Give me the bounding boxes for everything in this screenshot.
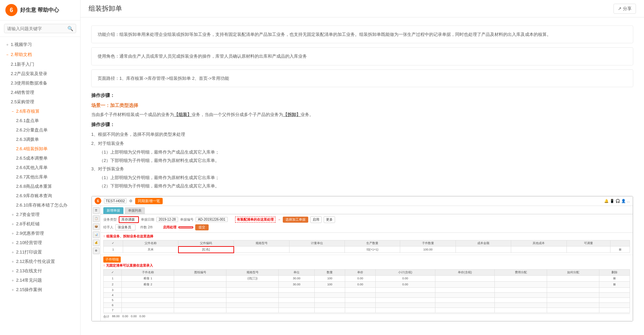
upper-table-col-unit: 计量单位	[289, 240, 344, 246]
sidebar-leaf-label: 2.6.1盘点单	[16, 118, 39, 124]
expand-icon: ＋	[5, 42, 9, 48]
scene1-desc: 当由多个子件材料组装成一个成品的业务为【组装】业务，当由一个父件拆分成多个子产品…	[91, 111, 633, 119]
lower-col-taxprice: 单价(含税)	[435, 269, 495, 275]
mock-footer: 合计 88.00 0.00 0.00 0.00	[103, 314, 630, 320]
expand-icon-2-10: ＋	[11, 240, 15, 246]
mock-body: ☰ 📋 📦 📊 💰 ⚙ 新增单据 单据列表	[92, 206, 633, 321]
sidebar-item-2-6-4[interactable]: 2.6.4组装拆卸单	[0, 144, 80, 154]
mock-sidebar-icon-4[interactable]: 📊	[93, 231, 100, 238]
sidebar-item-2-5[interactable]: 2.5采购管理	[0, 97, 80, 107]
upper-cell-name: 关米	[123, 246, 178, 253]
sidebar-item-2-6-8[interactable]: 2.6.8商品成本重算	[0, 182, 80, 191]
sidebar-item-2-6-3[interactable]: 2.6.3调拨单	[0, 135, 80, 144]
mock-sidebar-icon-2[interactable]: 📋	[93, 215, 100, 222]
upper-table-col-code: 父件编码	[178, 240, 234, 246]
page-title: 组装拆卸单	[89, 4, 122, 13]
sidebar-item-2-9[interactable]: ＋ 2.9优惠券管理	[0, 229, 80, 238]
annotation-arrow-4: ↑	[103, 234, 105, 238]
sidebar-sub-label: 2.11打印设置	[16, 249, 42, 255]
upper-cell-sub: 100.00	[400, 246, 455, 253]
step-2-sub1: （1）上部明细为父件明细，最终作为产成品生成其它入库单；	[99, 148, 633, 157]
annotation-arrow-1: →	[277, 218, 281, 221]
mock-app: 6 TEST-H002 ⚙ 同期新增一笔 🔔 📱 🎧 👤 ... ☰ 📋 📦 📊	[92, 196, 633, 321]
sidebar-item-2-15[interactable]: ＋ 2.15操作案例	[0, 285, 80, 294]
sidebar-item-2-6-7[interactable]: 2.6.7其他出库单	[0, 172, 80, 182]
sidebar-item-2-6-6[interactable]: 2.6.6其他入库单	[0, 163, 80, 172]
mock-sidebar-icon-6[interactable]: ⚙	[93, 247, 100, 254]
share-button[interactable]: ↗ 分享	[613, 4, 636, 14]
mock-sidebar-icon-1[interactable]: ☰	[93, 207, 100, 214]
sidebar-item-2-7[interactable]: ＋ 2.7资金管理	[0, 210, 80, 219]
sidebar-sub-label: 2.2产品安装及登录	[11, 71, 47, 77]
upper-cell-other	[511, 246, 567, 253]
upper-table-col-adj: 可调量	[567, 240, 610, 246]
sidebar-item-2-6[interactable]: － 2.6库存核算	[0, 107, 80, 116]
mock-left-sidebar: ☰ 📋 📦 📊 💰 ⚙	[92, 206, 101, 321]
mock-select-btn[interactable]: 选择加工单据	[283, 217, 308, 223]
mock-more-btn[interactable]: 更多	[324, 216, 335, 223]
sidebar-item-2-10[interactable]: ＋ 2.10经营管理	[0, 238, 80, 247]
mock-type-value[interactable]: 库存调拨	[119, 216, 139, 223]
upper-cell-cost	[455, 246, 511, 253]
mock-confirm-btn[interactable]: 提交	[195, 224, 209, 230]
sidebar-item-2-6-9[interactable]: 2.6.9库存账本查询	[0, 191, 80, 201]
expand-icon-2-9: ＋	[11, 231, 15, 236]
main-area: 组装拆卸单 ↗ 分享 功能介绍：组装拆卸单用来处理企业组装或拆卸等加工业务，支持…	[80, 0, 644, 335]
mock-sidebar-icon-5[interactable]: 💰	[93, 239, 100, 246]
steps-label: 操作步骤：	[91, 93, 633, 99]
sidebar-item-label: 2.帮助文档	[11, 52, 32, 58]
sidebar-item-2-6-5[interactable]: 2.6.5成本调整单	[0, 154, 80, 163]
mock-form-row-1: 业务类型 库存调拨 单据日期 2019-12-28 单据编号 AD-201912…	[103, 216, 630, 223]
sidebar-item-2-12[interactable]: ＋ 2.12系统个性化设置	[0, 257, 80, 266]
lower-table: ✓ 子件名称 图纸编号 规格型号 单位 数量 单价 小计(含税) 单价(含税)	[103, 269, 630, 313]
annotation-4: 组装业务、拆卸业务在这里选择	[106, 234, 153, 239]
intro-text: 功能介绍：组装拆卸单用来处理企业组装或拆卸等加工业务，支持有固定装配清单的产品加…	[98, 32, 551, 37]
search-box[interactable]: 🔍	[4, 24, 76, 33]
upper-table-col-check: ✓	[104, 240, 123, 246]
sidebar-item-2-11[interactable]: ＋ 2.11打印设置	[0, 247, 80, 257]
mock-date-value[interactable]: 2019-12-28	[156, 217, 178, 222]
mock-tab-new[interactable]: 新增单据	[103, 207, 123, 214]
lower-col-qty: 数量	[315, 269, 345, 275]
mock-sidebar-icon-3[interactable]: 📦	[93, 223, 100, 230]
mock-company-select: TEST-H002	[104, 198, 126, 204]
lower-table-row: 3	[104, 287, 630, 292]
mock-no-value[interactable]: AD-20191226-001	[196, 217, 228, 222]
expand-icon-2-13: ＋	[11, 268, 15, 274]
sidebar-item-2-14[interactable]: ＋ 2.14常见问题	[0, 276, 80, 285]
sidebar-item-2-6-1[interactable]: 2.6.1盘点单	[0, 116, 80, 125]
mock-add-btn[interactable]: 同期新增一笔	[135, 198, 163, 204]
sidebar-item-2-6-10[interactable]: 2.6.10库存账本错了怎么办	[0, 201, 80, 210]
sidebar-item-2-2[interactable]: 2.2产品安装及登录	[0, 69, 80, 78]
upper-table-col-sub: 子件数量	[400, 240, 455, 246]
annotation-5: ↑ 无固定清单可以直接在这里录入	[103, 263, 630, 268]
sidebar-item-docs[interactable]: － 2.帮助文档	[0, 50, 80, 60]
mock-launch-btn[interactable]: 启用	[310, 216, 322, 223]
expand-icon-2-14: ＋	[11, 278, 15, 283]
upper-cell-prod: 结(+1+1)	[345, 246, 400, 253]
mock-person-value[interactable]: 张业务员	[115, 224, 136, 230]
sidebar-sub-label: 2.7资金管理	[16, 212, 40, 218]
sidebar-item-videos[interactable]: ＋ 1.视频学习	[0, 40, 80, 50]
step-3-sub1: （1）上部明细为父件明细，最终作为原材料生成其它出库单；	[99, 174, 633, 182]
search-input[interactable]	[7, 26, 67, 31]
logo-area: 6 好生意 帮助中心	[0, 0, 80, 20]
sidebar-sub-label: 2.13在线支付	[16, 268, 42, 274]
lower-col-subtotal: 小计(含税)	[375, 269, 435, 275]
search-icon[interactable]: 🔍	[67, 26, 73, 31]
sidebar-item-2-1[interactable]: 2.1新手入门	[0, 60, 80, 69]
sidebar-item-2-6-2[interactable]: 2.6.2分量盘点单	[0, 125, 80, 135]
mock-tab-list[interactable]: 单据列表	[125, 207, 145, 214]
sidebar-leaf-label: 2.6.5成本调整单	[16, 155, 48, 161]
sidebar-sub-label: 2.10经营管理	[16, 240, 42, 246]
upper-cell-adj	[567, 246, 610, 253]
sidebar-item-2-4[interactable]: 2.4销售管理	[0, 88, 80, 97]
lower-table-row: 1 粮食 1 (优(三)) 30.00 100 0.00 0.00	[104, 275, 630, 281]
upper-cell-code[interactable]: [红色]	[178, 246, 234, 253]
mock-icons: 🔔 📱 🎧 👤 ...	[604, 199, 630, 203]
mock-enable-input[interactable]	[178, 226, 193, 228]
sidebar-item-2-13[interactable]: ＋ 2.13在线支付	[0, 266, 80, 276]
sidebar-item-2-3[interactable]: 2.3使用前数据准备	[0, 78, 80, 88]
footer-total-qty: 88.00	[112, 315, 120, 319]
sidebar-item-2-8[interactable]: ＋ 2.8手机旺铺	[0, 219, 80, 229]
